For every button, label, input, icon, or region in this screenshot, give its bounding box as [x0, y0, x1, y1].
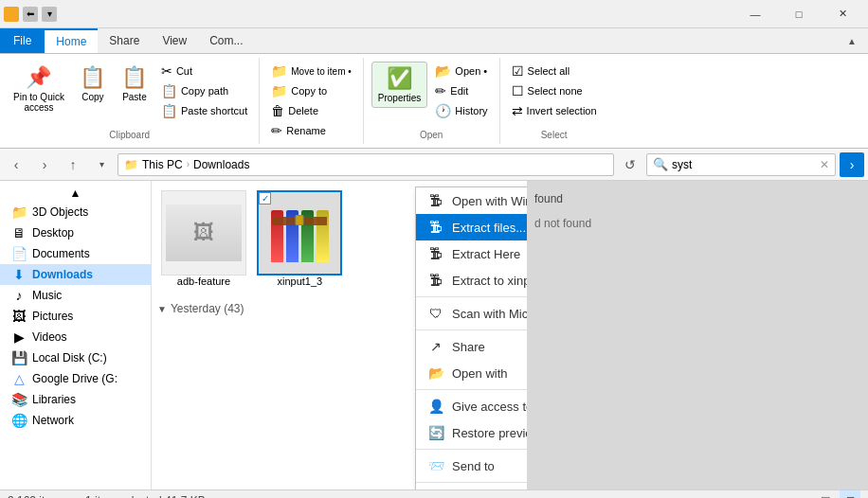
sidebar-item-desktop[interactable]: 🖥 Desktop: [0, 222, 151, 243]
paste-shortcut-btn[interactable]: 📋 Paste shortcut: [157, 101, 251, 120]
open-with-icon: 📂: [427, 365, 444, 381]
clipboard-small-btns: ✂ Cut 📋 Copy path 📋 Paste shortcut: [157, 62, 251, 120]
cm-restore-versions[interactable]: 🔄 Restore previous versions: [416, 419, 527, 446]
item-count: 2,162 items: [8, 494, 66, 499]
pin-to-quick-access-btn[interactable]: 📌 Pin to Quick access: [8, 62, 70, 116]
copy-path-icon: 📋: [161, 83, 177, 98]
yesterday-arrow[interactable]: ▼: [157, 304, 167, 314]
cm-open-with[interactable]: 📂 Open with ›: [416, 360, 527, 386]
cm-scan-defender[interactable]: 🛡 Scan with Microsoft Defender...: [416, 300, 527, 327]
address-bar[interactable]: 📁 This PC › Downloads: [118, 153, 614, 176]
open-group: ✅ Properties 📂 Open • ✏ Edit 🕐 History O…: [364, 58, 500, 144]
copy-to-btn[interactable]: 📁 Copy to: [267, 81, 355, 100]
move-to-btn[interactable]: 📁 Move to item •: [267, 62, 355, 80]
tab-file[interactable]: File: [0, 28, 45, 53]
sidebar-item-3d-objects[interactable]: 📁 3D Objects: [0, 202, 151, 222]
search-icon: 🔍: [653, 157, 668, 171]
window-controls: — □ ✕: [733, 0, 864, 28]
music-icon: ♪: [11, 288, 27, 303]
desktop-icon: 🖥: [11, 225, 27, 240]
network-icon: 🌐: [11, 413, 27, 428]
search-result-found: found: [534, 188, 860, 209]
search-bar[interactable]: 🔍 ✕: [646, 153, 836, 176]
sidebar-item-pictures[interactable]: 🖼 Pictures: [0, 306, 151, 327]
cm-send-to[interactable]: 📨 Send to ›: [416, 453, 527, 479]
address-sep: ›: [187, 159, 190, 169]
file-checkbox[interactable]: [259, 192, 271, 205]
downloads-icon: ⬇: [11, 267, 27, 282]
file-thumb-xinput[interactable]: xinput1_3: [257, 190, 342, 287]
cm-give-access[interactable]: 👤 Give access to ›: [416, 393, 527, 419]
back-btn[interactable]: ‹: [4, 152, 28, 177]
close-btn[interactable]: ✕: [821, 0, 864, 28]
cut-btn[interactable]: ✂ Cut: [157, 62, 251, 80]
address-this-pc[interactable]: This PC: [142, 158, 183, 171]
minimize-btn[interactable]: —: [733, 0, 777, 28]
clear-search-icon[interactable]: ✕: [820, 158, 829, 171]
sidebar-item-videos[interactable]: ▶ Videos: [0, 327, 151, 347]
sidebar-item-network[interactable]: 🌐 Network: [0, 410, 151, 431]
main-area: ▲ 📁 3D Objects 🖥 Desktop 📄 Documents ⬇ D…: [0, 181, 868, 489]
details-view-btn[interactable]: ▤: [815, 490, 836, 499]
address-downloads[interactable]: Downloads: [193, 158, 249, 171]
large-icons-view-btn[interactable]: ⊞: [840, 490, 860, 499]
adb-thumb-img: 🖼: [161, 190, 246, 276]
rename-btn[interactable]: ✏ Rename: [267, 121, 355, 140]
maximize-btn[interactable]: □: [777, 0, 821, 28]
copy-path-btn[interactable]: 📋 Copy path: [157, 81, 251, 100]
paste-btn[interactable]: 📋 Paste: [116, 62, 154, 106]
organize-group-items: 📁 Move to item • 📁 Copy to 🗑 Delete ✏ Re…: [267, 62, 355, 140]
xinput-label: xinput1_3: [277, 276, 322, 287]
sidebar-item-local-disk[interactable]: 💾 Local Disk (C:): [0, 347, 151, 368]
ribbon-content: 📌 Pin to Quick access 📋 Copy 📋 Paste ✂ C…: [0, 54, 868, 149]
sidebar-item-music[interactable]: ♪ Music: [0, 285, 151, 306]
open-btn[interactable]: 📂 Open •: [431, 62, 491, 80]
select-small-btns: ☑ Select all ☐ Select none ⇄ Invert sele…: [508, 62, 601, 120]
forward-btn[interactable]: ›: [32, 152, 57, 177]
ribbon: File Home Share View Com... ▲: [0, 28, 868, 54]
title-bar-dropdown[interactable]: ▾: [42, 7, 57, 22]
extract-here-icon: 🗜: [427, 246, 444, 261]
quick-access-btn[interactable]: ⬅: [23, 7, 38, 22]
delete-icon: 🗑: [271, 103, 284, 118]
cm-extract-to[interactable]: 🗜 Extract to xinput1_3: [416, 267, 527, 293]
pin-icon: 📌: [26, 65, 51, 90]
sidebar-scroll-up[interactable]: ▲: [0, 185, 151, 202]
edit-btn[interactable]: ✏ Edit: [431, 81, 491, 100]
ribbon-collapse-btn[interactable]: ▲: [840, 28, 864, 53]
sidebar-item-libraries[interactable]: 📚 Libraries: [0, 389, 151, 410]
tab-share[interactable]: Share: [98, 28, 151, 53]
clipboard-group-items: 📌 Pin to Quick access 📋 Copy 📋 Paste ✂ C…: [8, 62, 251, 126]
pictures-icon: 🖼: [11, 309, 27, 324]
cm-extract-here[interactable]: 🗜 Extract Here: [416, 240, 527, 267]
tab-home[interactable]: Home: [45, 28, 98, 53]
file-thumb-adb[interactable]: 🖼 adb-feature: [161, 190, 246, 287]
nav-bar: ‹ › ↑ ▾ 📁 This PC › Downloads ↺ 🔍 ✕ ›: [0, 149, 868, 181]
organize-group: 📁 Move to item • 📁 Copy to 🗑 Delete ✏ Re…: [260, 58, 364, 144]
refresh-btn[interactable]: ↺: [618, 152, 642, 177]
cm-share[interactable]: ↗ Share: [416, 333, 527, 360]
sidebar-item-label: 3D Objects: [32, 205, 88, 219]
cm-extract-files[interactable]: 🗜 Extract files...: [416, 214, 527, 240]
properties-btn[interactable]: ✅ Properties: [371, 62, 428, 108]
copy-btn[interactable]: 📋 Copy: [74, 62, 112, 106]
delete-btn[interactable]: 🗑 Delete: [267, 101, 355, 120]
up-btn[interactable]: ↑: [61, 152, 85, 177]
select-none-btn[interactable]: ☐ Select none: [508, 81, 601, 100]
cm-open-winrar[interactable]: 🗜 Open with WinRAR: [416, 187, 527, 214]
cm-cut[interactable]: ✂ Cut: [416, 486, 527, 489]
search-input[interactable]: [672, 158, 816, 171]
recent-locations-btn[interactable]: ▾: [89, 152, 114, 177]
invert-selection-btn[interactable]: ⇄ Invert selection: [508, 101, 601, 120]
rename-icon: ✏: [271, 123, 282, 138]
search-go-btn[interactable]: ›: [840, 152, 864, 177]
sidebar-item-google-drive[interactable]: △ Google Drive (G:: [0, 368, 151, 389]
properties-icon: ✅: [387, 66, 412, 91]
history-btn[interactable]: 🕐 History: [431, 101, 491, 120]
cut-icon: ✂: [161, 63, 172, 79]
tab-view[interactable]: View: [151, 28, 198, 53]
sidebar-item-downloads[interactable]: ⬇ Downloads: [0, 264, 151, 285]
sidebar-item-documents[interactable]: 📄 Documents: [0, 243, 151, 264]
tab-computer[interactable]: Com...: [198, 28, 254, 53]
select-all-btn[interactable]: ☑ Select all: [508, 62, 601, 80]
